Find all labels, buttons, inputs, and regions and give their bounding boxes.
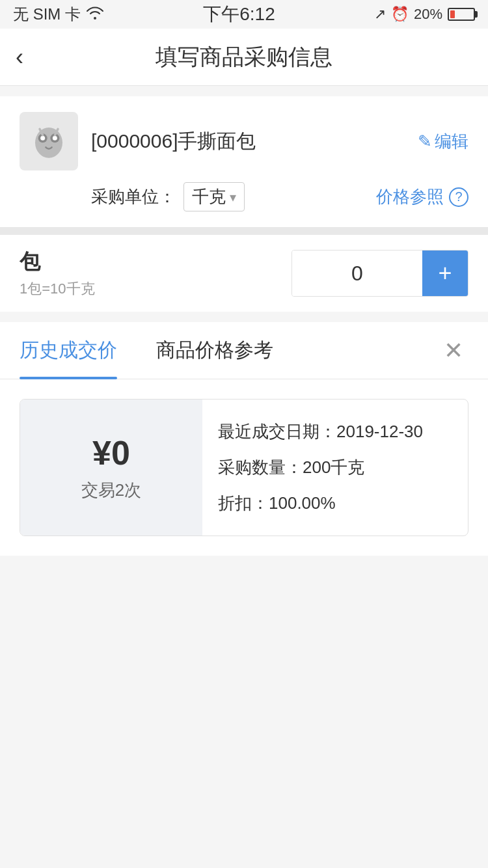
quantity-label: 包 1包=10千克 [20, 248, 95, 299]
history-quantity-value: 200千克 [303, 457, 364, 477]
quantity-unit-label: 包 [20, 248, 95, 277]
bottom-space [0, 556, 488, 868]
history-content: ¥0 交易2次 最近成交日期：2019-12-30 采购数量：200千克 折扣：… [0, 379, 488, 556]
tab-active-indicator [20, 377, 117, 379]
battery-icon [448, 8, 475, 21]
tabs-header: 历史成交价 商品价格参考 ✕ [0, 322, 488, 379]
time-label: 下午6:12 [203, 2, 275, 27]
tabs-panel: 历史成交价 商品价格参考 ✕ ¥0 交易2次 最近成交日期：2019-12-30… [0, 322, 488, 556]
quantity-sub-label: 1包=10千克 [20, 279, 95, 299]
unit-selector[interactable]: 千克 ▾ [183, 182, 245, 211]
unit-row: 采购单位： 千克 ▾ [91, 182, 245, 211]
edit-button[interactable]: ✎ 编辑 [418, 130, 468, 153]
edit-icon: ✎ [418, 131, 432, 152]
quantity-row: 包 1包=10千克 + [0, 235, 488, 312]
help-circle-icon: ? [449, 187, 468, 207]
battery-percent: 20% [414, 6, 442, 23]
quantity-plus-button[interactable]: + [422, 251, 468, 296]
history-date-value: 2019-12-30 [336, 422, 423, 441]
history-price-value: ¥0 [92, 433, 130, 472]
product-thumbnail [20, 112, 78, 170]
tab-history-price[interactable]: 历史成交价 [20, 322, 117, 379]
product-info: [0000006]手撕面包 [20, 112, 256, 170]
history-discount-label: 折扣： [218, 493, 269, 513]
history-quantity-row: 采购数量：200千克 [218, 455, 452, 480]
alarm-icon: ⏰ [391, 6, 409, 23]
product-image-icon [26, 118, 72, 164]
nav-bar: ‹ 填写商品采购信息 [0, 29, 488, 86]
carrier-label: 无 SIM 卡 [13, 4, 81, 25]
back-button[interactable]: ‹ [16, 44, 23, 71]
unit-prefix-label: 采购单位： [91, 185, 176, 208]
tab-price-ref-label: 商品价格参考 [156, 337, 273, 364]
history-discount-value: 100.00% [269, 493, 336, 513]
product-card: [0000006]手撕面包 ✎ 编辑 采购单位： 千克 ▾ 价格参照 ? [0, 96, 488, 227]
status-right: ↗ ⏰ 20% [374, 6, 475, 23]
history-date-label: 最近成交日期： [218, 422, 336, 441]
location-icon: ↗ [374, 6, 386, 23]
svg-point-0 [35, 128, 62, 158]
svg-point-3 [40, 136, 45, 141]
quantity-input-group: + [291, 250, 468, 297]
section-divider [0, 227, 488, 235]
product-header: [0000006]手撕面包 ✎ 编辑 [20, 112, 468, 170]
history-date-row: 最近成交日期：2019-12-30 [218, 419, 452, 444]
product-name: [0000006]手撕面包 [91, 128, 256, 155]
status-left: 无 SIM 卡 [13, 4, 104, 25]
wifi-icon [86, 5, 104, 23]
edit-label: 编辑 [435, 130, 468, 153]
price-ref-label: 价格参照 [376, 185, 444, 208]
close-panel-button[interactable]: ✕ [439, 332, 468, 370]
tab-product-price-ref[interactable]: 商品价格参考 [156, 322, 273, 379]
history-discount-row: 折扣：100.00% [218, 491, 452, 516]
history-card: ¥0 交易2次 最近成交日期：2019-12-30 采购数量：200千克 折扣：… [20, 399, 468, 536]
tab-history-label: 历史成交价 [20, 337, 117, 364]
tabs-list: 历史成交价 商品价格参考 [20, 322, 273, 379]
unit-value-label: 千克 [192, 185, 226, 208]
history-price-section: ¥0 交易2次 [20, 400, 202, 536]
price-ref-button[interactable]: 价格参照 ? [376, 185, 468, 208]
product-footer: 采购单位： 千克 ▾ 价格参照 ? [20, 182, 468, 211]
history-detail-section: 最近成交日期：2019-12-30 采购数量：200千克 折扣：100.00% [202, 400, 468, 536]
history-trade-count: 交易2次 [81, 479, 141, 502]
history-quantity-label: 采购数量： [218, 457, 303, 477]
status-bar: 无 SIM 卡 下午6:12 ↗ ⏰ 20% [0, 0, 488, 29]
chevron-down-icon: ▾ [230, 189, 236, 205]
quantity-input[interactable] [292, 251, 422, 296]
page-title: 填写商品采购信息 [156, 42, 332, 72]
svg-point-4 [53, 136, 57, 141]
